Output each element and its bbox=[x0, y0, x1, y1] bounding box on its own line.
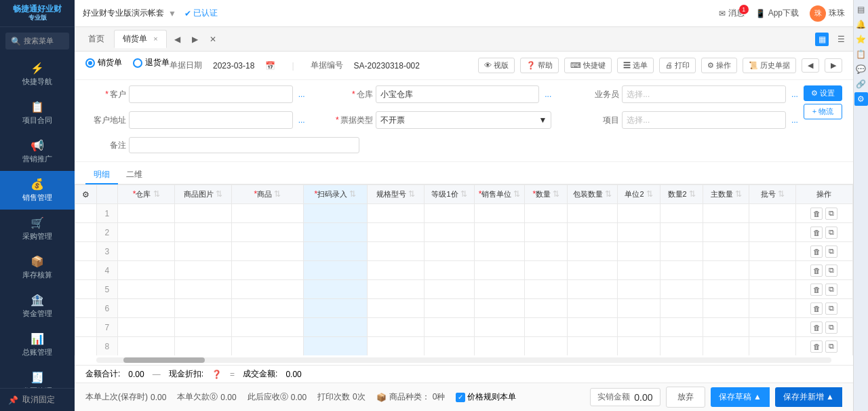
row-qty2-3[interactable] bbox=[660, 242, 703, 261]
invoice-type-select[interactable]: 不开票 ▼ bbox=[376, 111, 552, 129]
row-copy-8[interactable]: ⧉ bbox=[825, 340, 837, 353]
row-main-qty-4[interactable] bbox=[703, 261, 749, 280]
operations-button[interactable]: ⚙ 操作 bbox=[701, 58, 737, 73]
row-spec-1[interactable] bbox=[368, 204, 425, 223]
select-button[interactable]: ☰ 选单 bbox=[617, 58, 654, 73]
row-warehouse-5[interactable] bbox=[118, 280, 175, 299]
row-pack-qty-5[interactable] bbox=[568, 280, 618, 299]
abandon-button[interactable]: 放弃 bbox=[666, 387, 705, 408]
col-settings[interactable]: ⚙ bbox=[75, 185, 97, 204]
row-pack-qty-6[interactable] bbox=[568, 299, 618, 318]
row-qty2-8[interactable] bbox=[660, 337, 703, 356]
warehouse-input[interactable]: 小宝仓库 bbox=[376, 85, 540, 103]
settings-button[interactable]: ⚙ 设置 bbox=[804, 85, 842, 101]
row-qty2-2[interactable] bbox=[660, 223, 703, 242]
row-pack-qty-4[interactable] bbox=[568, 261, 618, 280]
row-delete-2[interactable]: 🗑 bbox=[810, 227, 823, 239]
row-spec-6[interactable] bbox=[368, 299, 425, 318]
row-qty-8[interactable] bbox=[525, 337, 568, 356]
row-unit2-7[interactable] bbox=[617, 318, 660, 337]
calendar-icon[interactable]: 📅 bbox=[265, 61, 275, 71]
row-image-5[interactable] bbox=[175, 280, 232, 299]
row-unit2-2[interactable] bbox=[617, 223, 660, 242]
row-product-7[interactable] bbox=[232, 318, 303, 337]
sidebar-item-accounts[interactable]: 📊 总账管理 bbox=[0, 326, 75, 364]
message-button[interactable]: ✉ 消息 1 bbox=[719, 7, 745, 19]
row-product-1[interactable] bbox=[232, 204, 303, 223]
row-pack-qty-8[interactable] bbox=[568, 337, 618, 356]
price-check-checkbox[interactable]: ✓ 价格规则本单 bbox=[456, 391, 516, 403]
row-batch-5[interactable] bbox=[749, 280, 795, 299]
radio-return-order[interactable]: 退货单 bbox=[133, 57, 170, 68]
row-batch-6[interactable] bbox=[749, 299, 795, 318]
right-panel-icon-5[interactable]: 💬 bbox=[854, 62, 868, 76]
row-delete-7[interactable]: 🗑 bbox=[810, 321, 823, 334]
sidebar-item-projects[interactable]: 📋 项目合同 bbox=[0, 94, 75, 132]
row-warehouse-2[interactable] bbox=[118, 223, 175, 242]
shortcut-button[interactable]: ⌨ 快捷键 bbox=[564, 58, 612, 73]
save-draft-button[interactable]: 保存草稿 ▲ bbox=[711, 387, 770, 407]
tab-next-button[interactable]: ▶ bbox=[189, 33, 202, 46]
row-warehouse-1[interactable] bbox=[118, 204, 175, 223]
row-delete-6[interactable]: 🗑 bbox=[810, 302, 823, 315]
row-pack-qty-2[interactable] bbox=[568, 223, 618, 242]
row-batch-8[interactable] bbox=[749, 337, 795, 356]
row-product-3[interactable] bbox=[232, 242, 303, 261]
row-unit2-8[interactable] bbox=[617, 337, 660, 356]
row-unit2-1[interactable] bbox=[617, 204, 660, 223]
customer-input[interactable] bbox=[129, 85, 293, 103]
help-button[interactable]: ❓ 帮助 bbox=[520, 58, 559, 73]
address-dots-button[interactable]: ... bbox=[298, 115, 305, 125]
row-qty-1[interactable] bbox=[525, 204, 568, 223]
row-price1-2[interactable] bbox=[425, 223, 475, 242]
row-pack-qty-1[interactable] bbox=[568, 204, 618, 223]
row-barcode-8[interactable] bbox=[303, 337, 368, 356]
print-button[interactable]: 🖨 打印 bbox=[659, 58, 696, 73]
row-copy-2[interactable]: ⧉ bbox=[825, 227, 837, 239]
row-image-7[interactable] bbox=[175, 318, 232, 337]
salesperson-input[interactable]: 选择... bbox=[622, 85, 786, 103]
row-main-qty-2[interactable] bbox=[703, 223, 749, 242]
row-pack-qty-3[interactable] bbox=[568, 242, 618, 261]
row-unit-6[interactable] bbox=[474, 299, 524, 318]
row-image-8[interactable] bbox=[175, 337, 232, 356]
row-unit-5[interactable] bbox=[474, 280, 524, 299]
row-spec-5[interactable] bbox=[368, 280, 425, 299]
row-barcode-6[interactable] bbox=[303, 299, 368, 318]
prev-record-button[interactable]: ◀ bbox=[802, 58, 819, 73]
row-qty-2[interactable] bbox=[525, 223, 568, 242]
sidebar-item-funds[interactable]: 🏦 资金管理 bbox=[0, 287, 75, 326]
row-spec-7[interactable] bbox=[368, 318, 425, 337]
row-qty-4[interactable] bbox=[525, 261, 568, 280]
row-product-6[interactable] bbox=[232, 299, 303, 318]
row-batch-2[interactable] bbox=[749, 223, 795, 242]
row-barcode-3[interactable] bbox=[303, 242, 368, 261]
tab-close-all-button[interactable]: ✕ bbox=[206, 33, 220, 46]
row-copy-7[interactable]: ⧉ bbox=[825, 321, 837, 334]
row-unit-3[interactable] bbox=[474, 242, 524, 261]
row-copy-3[interactable]: ⧉ bbox=[825, 246, 837, 258]
row-price1-1[interactable] bbox=[425, 204, 475, 223]
row-pack-qty-7[interactable] bbox=[568, 318, 618, 337]
row-unit-1[interactable] bbox=[474, 204, 524, 223]
row-price1-8[interactable] bbox=[425, 337, 475, 356]
horizontal-scrollbar[interactable] bbox=[96, 357, 831, 363]
row-image-3[interactable] bbox=[175, 242, 232, 261]
row-warehouse-8[interactable] bbox=[118, 337, 175, 356]
tab-home[interactable]: 首页 bbox=[80, 31, 113, 47]
row-unit-4[interactable] bbox=[474, 261, 524, 280]
row-image-2[interactable] bbox=[175, 223, 232, 242]
row-qty2-7[interactable] bbox=[660, 318, 703, 337]
row-image-1[interactable] bbox=[175, 204, 232, 223]
row-qty-3[interactable] bbox=[525, 242, 568, 261]
row-qty2-1[interactable] bbox=[660, 204, 703, 223]
row-warehouse-7[interactable] bbox=[118, 318, 175, 337]
sidebar-item-purchase[interactable]: 🛒 采购管理 bbox=[0, 210, 75, 248]
row-delete-8[interactable]: 🗑 bbox=[810, 340, 823, 353]
row-unit-8[interactable] bbox=[474, 337, 524, 356]
row-price1-6[interactable] bbox=[425, 299, 475, 318]
right-panel-icon-3[interactable]: ⭐ bbox=[854, 33, 868, 46]
right-panel-icon-1[interactable]: ▤ bbox=[854, 3, 868, 16]
history-button[interactable]: 📜 历史单据 bbox=[743, 58, 796, 73]
row-main-qty-5[interactable] bbox=[703, 280, 749, 299]
